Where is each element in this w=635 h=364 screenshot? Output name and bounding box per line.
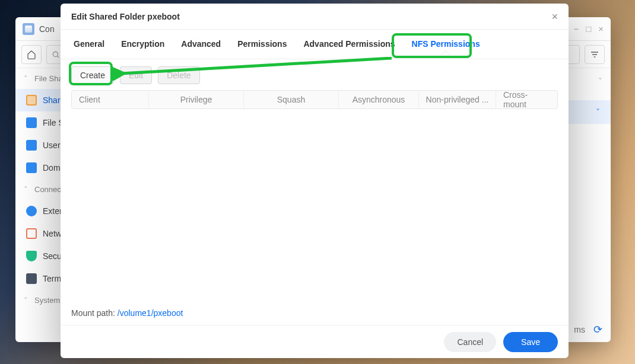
save-button[interactable]: Save: [503, 332, 558, 352]
delete-button: Delete: [158, 66, 199, 84]
chevron-up-icon: ˄: [24, 74, 30, 83]
window-maximize-icon[interactable]: □: [586, 24, 591, 34]
window-title: Con: [39, 24, 55, 34]
shield-icon: [26, 251, 37, 261]
dialog-toolbar: Create Edit Delete: [61, 59, 569, 90]
swap-icon: [26, 117, 37, 128]
status-ms: ms: [574, 325, 585, 334]
nfs-table-header: Client Privilege Squash Asynchronous Non…: [71, 90, 558, 109]
chevron-down-icon: ˅: [596, 107, 600, 117]
svg-point-0: [53, 52, 58, 56]
plug-icon: [26, 206, 37, 216]
section-label: System: [34, 296, 60, 305]
folder-icon: [26, 95, 37, 106]
close-icon[interactable]: ×: [551, 11, 558, 22]
house-icon: [26, 228, 37, 239]
tab-nfs-permissions[interactable]: NFS Permissions: [404, 31, 488, 58]
tab-advanced[interactable]: Advanced: [173, 31, 229, 58]
mount-path-row: Mount path: /volume1/pxeboot: [61, 308, 569, 325]
column-cross-mount[interactable]: Cross-mount: [496, 91, 557, 108]
tab-permissions[interactable]: Permissions: [229, 31, 295, 58]
refresh-icon[interactable]: ⟳: [593, 323, 602, 336]
mount-path-label: Mount path:: [71, 308, 118, 318]
chevron-down-icon[interactable]: ˅: [598, 76, 602, 86]
column-client[interactable]: Client: [72, 91, 149, 108]
column-privilege[interactable]: Privilege: [149, 91, 244, 108]
mount-path-link[interactable]: /volume1/pxeboot: [118, 308, 183, 318]
home-button[interactable]: [21, 45, 42, 64]
tab-advanced-permissions[interactable]: Advanced Permissions: [295, 31, 403, 58]
cancel-button[interactable]: Cancel: [444, 332, 496, 352]
tab-encryption[interactable]: Encryption: [113, 31, 173, 58]
dialog-footer: Cancel Save: [61, 325, 569, 358]
window-close-icon[interactable]: ×: [598, 24, 604, 34]
search-icon: [52, 50, 60, 59]
column-non-privileged[interactable]: Non-privileged ...: [419, 91, 496, 108]
column-squash[interactable]: Squash: [244, 91, 339, 108]
chevron-up-icon: ˄: [24, 185, 30, 194]
status-footer: ms ⟳: [574, 323, 602, 336]
edit-button: Edit: [120, 66, 152, 84]
control-panel-icon: [23, 23, 34, 35]
tab-general[interactable]: General: [65, 31, 113, 58]
chevron-up-icon: ˄: [24, 296, 30, 305]
dialog-tabs: General Encryption Advanced Permissions …: [61, 30, 569, 59]
window-minimize-icon[interactable]: −: [573, 24, 579, 34]
dialog-header: Edit Shared Folder pxeboot ×: [61, 4, 569, 30]
card-icon: [26, 162, 37, 173]
edit-shared-folder-dialog: Edit Shared Folder pxeboot × General Enc…: [61, 4, 569, 358]
users-icon: [26, 140, 37, 151]
dialog-title: Edit Shared Folder pxeboot: [71, 12, 180, 21]
column-asynchronous[interactable]: Asynchronous: [339, 91, 419, 108]
sort-button[interactable]: [585, 45, 605, 64]
terminal-icon: [26, 273, 37, 284]
create-button[interactable]: Create: [71, 66, 114, 84]
nfs-table-body: [71, 109, 558, 308]
